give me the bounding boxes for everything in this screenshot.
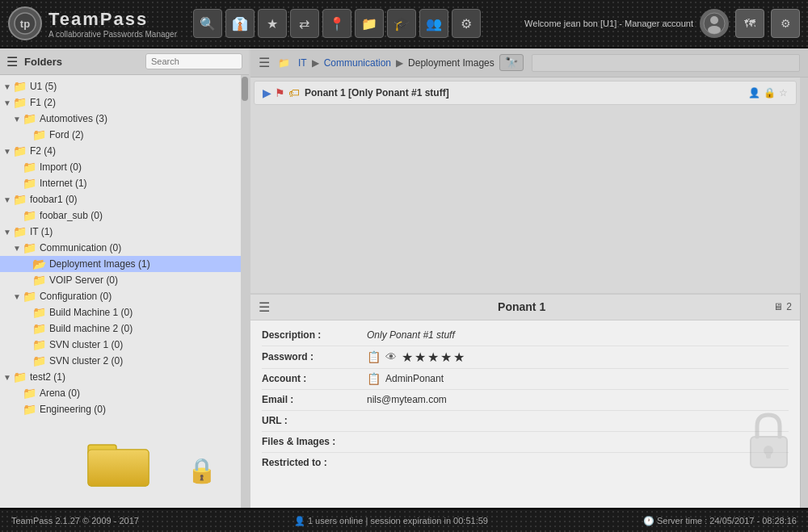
sidebar-item-it[interactable]: ▼ 📁 IT (1)	[0, 224, 241, 240]
sidebar-item-communication[interactable]: ▼ 📁 Communication (0)	[0, 240, 241, 256]
sidebar-item-foobar-sub[interactable]: ▼ 📁 foobar_sub (0)	[0, 207, 241, 224]
sidebar-item-f2[interactable]: ▼ 📁 F2 (4)	[0, 143, 241, 159]
folder-icon: 📁	[23, 290, 36, 303]
arrow-icon: ▼	[13, 179, 21, 188]
item-action-icons: 👤 🔒 ☆	[748, 87, 788, 98]
account-label: Account :	[262, 373, 367, 384]
email-value: nils@myteam.com	[367, 394, 789, 405]
folder-icon: 📁	[23, 112, 36, 125]
content-header: ☰ 📁 IT ▶ Communication ▶ Deployment Imag…	[250, 48, 808, 77]
sidebar-item-import[interactable]: ▼ 📁 Import (0)	[0, 159, 241, 175]
detail-menu-icon[interactable]: ☰	[259, 300, 270, 315]
person-icon[interactable]: 👤	[748, 87, 760, 98]
copy-icon[interactable]: 📋	[367, 350, 381, 363]
app-subtitle: A collaborative Passwords Manager	[48, 30, 177, 39]
sidebar-scrollbar[interactable]	[241, 75, 249, 508]
folder-label: SVN cluster 1 (0)	[49, 339, 123, 350]
items-area: ▶ ⚑ 🏷 Ponant 1 [Only Ponant #1 stuff] 👤 …	[250, 77, 800, 293]
folder-label: foobar_sub (0)	[40, 210, 103, 221]
status-label: 1 users online | session expiration in 0…	[308, 516, 488, 526]
sidebar-item-voip[interactable]: ▼ 📁 VOIP Server (0)	[0, 272, 241, 288]
tools-nav-btn[interactable]: ⚙	[452, 9, 481, 38]
graduation-nav-btn[interactable]: 🎓	[387, 9, 416, 38]
detail-row-account: Account : 📋 AdminPonant	[262, 369, 789, 390]
arrow-icon: ▼	[3, 373, 11, 382]
group-nav-btn[interactable]: 👥	[419, 9, 448, 38]
arrow-icon: ▼	[3, 82, 11, 91]
folder-label: Build machine 2 (0)	[49, 323, 133, 334]
password-label: Password :	[262, 351, 367, 362]
items-scrollbar[interactable]	[800, 77, 808, 293]
sidebar-item-foobar1[interactable]: ▼ 📁 foobar1 (0)	[0, 191, 241, 207]
sidebar-inner: ▼ 📁 U1 (5) ▼ 📁 F1 (2) ▼ 📁 Automotives (3…	[0, 75, 249, 508]
folder-icon: 📁	[23, 177, 36, 190]
sidebar-item-f1[interactable]: ▼ 📁 F1 (2)	[0, 94, 241, 111]
detail-row-restricted: Restricted to :	[262, 453, 789, 471]
sidebar-item-configuration[interactable]: ▼ 📁 Configuration (0)	[0, 288, 241, 304]
detail-outer: ☰ Ponant 1 🖥 2 Description : Only Ponant…	[250, 293, 808, 509]
folder-label: F2 (4)	[30, 145, 56, 157]
breadcrumb-folder-icon: 📁	[278, 57, 290, 69]
sidebar-item-test2[interactable]: ▼ 📁 test2 (1)	[0, 369, 241, 385]
folder-icon: 📁	[13, 225, 27, 238]
folder-label: Internet (1)	[40, 178, 87, 189]
tag-icon: 🏷	[288, 86, 300, 99]
folder-icon: 📁	[32, 306, 46, 319]
detail-title: Ponant 1	[270, 300, 773, 313]
user-avatar[interactable]	[700, 9, 729, 38]
folder-nav-btn[interactable]: 📁	[355, 9, 384, 38]
arrow-icon: ▼	[13, 115, 21, 124]
users-nav-btn[interactable]: 👔	[225, 9, 255, 38]
star-icon[interactable]: ☆	[779, 87, 788, 98]
folder-label: test2 (1)	[30, 371, 65, 383]
breadcrumb-communication[interactable]: Communication	[324, 57, 391, 69]
search-bar[interactable]	[532, 54, 800, 72]
arrow-icon: ▼	[3, 228, 11, 237]
arrow-icon: ▼	[23, 260, 31, 269]
folder-icon: 📂	[32, 258, 46, 270]
sidebar-item-deployment[interactable]: ▼ 📂 Deployment Images (1)	[0, 256, 241, 272]
url-label: URL :	[262, 415, 367, 426]
detail-scrollbar[interactable]	[800, 293, 808, 509]
sidebar-item-buildmachine1[interactable]: ▼ 📁 Build Machine 1 (0)	[0, 304, 241, 320]
content-area: ☰ 📁 IT ▶ Communication ▶ Deployment Imag…	[250, 48, 808, 508]
sidebar-menu-icon[interactable]: ☰	[6, 54, 18, 69]
sidebar-item-buildmachine2[interactable]: ▼ 📁 Build machine 2 (0)	[0, 320, 241, 337]
svg-rect-7	[88, 450, 149, 486]
sidebar-item-ford[interactable]: ▼ 📁 Ford (2)	[0, 127, 241, 143]
search-input[interactable]	[145, 53, 242, 69]
item-title: Ponant 1 [Only Ponant #1 stuff]	[305, 87, 748, 98]
settings-btn[interactable]: ⚙	[771, 9, 800, 38]
sidebar-item-arena[interactable]: ▼ 📁 Arena (0)	[0, 385, 241, 401]
search-nav-btn[interactable]: 🔍	[193, 9, 222, 38]
lock-icon[interactable]: 🔒	[764, 87, 776, 98]
transfer-nav-btn[interactable]: ⇄	[290, 9, 319, 38]
folder-icon: 📁	[32, 274, 46, 287]
breadcrumb-it[interactable]: IT	[298, 57, 307, 69]
sidebar-item-engineering[interactable]: ▼ 📁 Engineering (0)	[0, 401, 241, 417]
expand-arrow-icon[interactable]: ▶	[263, 86, 271, 99]
email-label: Email :	[262, 394, 367, 405]
arrow-icon: ▼	[3, 195, 11, 204]
content-menu-icon[interactable]: ☰	[259, 55, 270, 70]
favorites-nav-btn[interactable]: ★	[258, 9, 287, 38]
folder-tree: ▼ 📁 U1 (5) ▼ 📁 F1 (2) ▼ 📁 Automotives (3…	[0, 75, 241, 508]
sidebar-item-svn1[interactable]: ▼ 📁 SVN cluster 1 (0)	[0, 337, 241, 353]
copy-account-icon[interactable]: 📋	[367, 372, 381, 385]
sidebar-item-internet[interactable]: ▼ 📁 Internet (1)	[0, 175, 241, 191]
sidebar-item-automotives[interactable]: ▼ 📁 Automotives (3)	[0, 111, 241, 127]
pin-nav-btn[interactable]: 📍	[322, 9, 351, 38]
list-item[interactable]: ▶ ⚑ 🏷 Ponant 1 [Only Ponant #1 stuff] 👤 …	[254, 81, 797, 105]
sidebar-item-u1[interactable]: ▼ 📁 U1 (5)	[0, 78, 241, 94]
folder-icon: 📁	[23, 209, 36, 222]
description-text: Only Ponant #1 stuff	[367, 329, 455, 341]
sidebar-item-svn2[interactable]: ▼ 📁 SVN cluster 2 (0)	[0, 353, 241, 369]
copyright-text: TeamPass 2.1.27 © 2009 - 2017	[11, 516, 139, 526]
binoculars-btn[interactable]: 🔭	[499, 54, 524, 71]
users-icon-footer: 👤	[294, 516, 305, 526]
main-area: ☰ Folders ▼ 📁 U1 (5) ▼ 📁 F1 (2)	[0, 48, 808, 508]
folder-icon: 📁	[13, 145, 27, 157]
map-btn[interactable]: 🗺	[735, 9, 764, 38]
eye-icon[interactable]: 👁	[385, 350, 397, 363]
folder-label: foobar1 (0)	[30, 194, 78, 205]
